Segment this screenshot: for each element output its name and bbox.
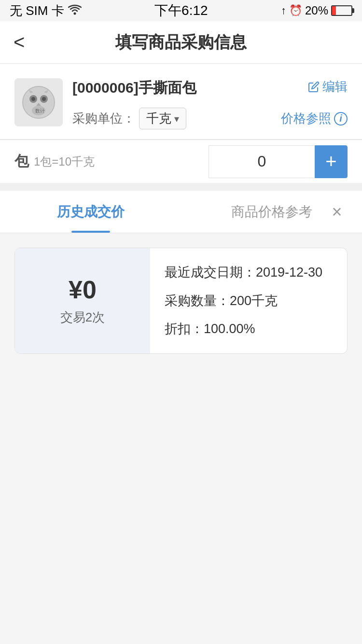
unit-value: 千克 [146, 110, 171, 127]
product-thumbnail: 数计 [14, 78, 63, 126]
tab-history-label: 历史成交价 [57, 203, 125, 221]
status-bar: 无 SIM 卡 下午6:12 ↑ ⏰ 20% [0, 0, 362, 21]
recent-date-label: 最近成交日期： [165, 265, 256, 280]
wifi-icon [68, 3, 82, 18]
nav-bar: < 填写商品采购信息 [0, 21, 362, 64]
section-divider [0, 183, 362, 191]
page-title: 填写商品采购信息 [115, 31, 247, 54]
quantity-hint: 1包=10千克 [34, 154, 95, 169]
status-time: 下午6:12 [154, 1, 208, 20]
quantity-detail-value: 200千克 [230, 294, 278, 308]
quantity-input-section: + [209, 145, 348, 178]
trade-count: 交易2次 [60, 309, 105, 326]
status-carrier: 无 SIM 卡 [10, 2, 82, 19]
status-right: ↑ ⏰ 20% [281, 4, 352, 17]
tab-bar: 历史成交价 商品价格参考 × [0, 191, 362, 233]
tab-history-price[interactable]: 历史成交价 [0, 191, 181, 233]
back-button[interactable]: < [14, 31, 25, 53]
edit-label: 编辑 [322, 78, 348, 95]
product-card: 数计 [0000006]手撕面包 编辑 采购单位： 千克 ▾ [0, 64, 362, 140]
unit-label: 采购单位： [72, 110, 135, 127]
info-icon: i [334, 112, 348, 126]
quantity-detail-label: 采购数量： [165, 294, 230, 308]
discount-row: 折扣：100.00% [165, 319, 333, 339]
price-ref-button[interactable]: 价格参照 i [281, 110, 348, 127]
close-tab-button[interactable]: × [326, 201, 348, 223]
svg-text:数计: 数计 [35, 108, 45, 113]
currency-symbol: ¥ [69, 276, 83, 304]
tab-active-indicator [71, 231, 110, 233]
price-display: ¥0 [69, 275, 97, 304]
battery-percent: 20% [305, 4, 328, 17]
product-name: [0000006]手撕面包 [72, 78, 308, 98]
battery-icon [331, 5, 352, 16]
svg-point-4 [31, 97, 35, 101]
svg-point-0 [73, 12, 76, 14]
recent-date-row: 最近成交日期：2019-12-30 [165, 263, 333, 282]
dropdown-arrow-icon: ▾ [174, 113, 179, 125]
alarm-icon: ⏰ [289, 4, 302, 17]
recent-date-value: 2019-12-30 [256, 265, 322, 280]
quantity-detail-row: 采购数量：200千克 [165, 291, 333, 311]
carrier-text: 无 SIM 卡 [10, 2, 64, 19]
unit-select[interactable]: 千克 ▾ [139, 108, 186, 129]
unit-row: 采购单位： 千克 ▾ 价格参照 i [72, 108, 348, 129]
quantity-unit: 包 [14, 152, 29, 171]
price-card: ¥0 交易2次 最近成交日期：2019-12-30 采购数量：200千克 折扣：… [14, 248, 348, 354]
quantity-plus-button[interactable]: + [315, 145, 348, 178]
quantity-label-section: 包 1包=10千克 [14, 152, 95, 171]
price-value: 0 [83, 276, 97, 304]
edit-button[interactable]: 编辑 [308, 78, 348, 95]
quantity-row: 包 1包=10千克 + [0, 140, 362, 183]
quantity-input[interactable] [209, 145, 315, 178]
edit-icon [308, 81, 320, 93]
product-info: [0000006]手撕面包 编辑 采购单位： 千克 ▾ 价格参照 i [72, 78, 348, 129]
tab-reference-label: 商品价格参考 [231, 203, 312, 221]
product-logo-icon: 数计 [22, 85, 56, 119]
price-ref-label: 价格参照 [281, 110, 331, 127]
discount-value: 100.00% [204, 322, 255, 336]
price-left-section: ¥0 交易2次 [15, 248, 150, 353]
price-right-section: 最近成交日期：2019-12-30 采购数量：200千克 折扣：100.00% [150, 248, 347, 353]
svg-point-5 [42, 97, 46, 101]
location-icon: ↑ [281, 4, 286, 17]
discount-label: 折扣： [165, 322, 204, 336]
price-card-container: ¥0 交易2次 最近成交日期：2019-12-30 采购数量：200千克 折扣：… [0, 233, 362, 523]
